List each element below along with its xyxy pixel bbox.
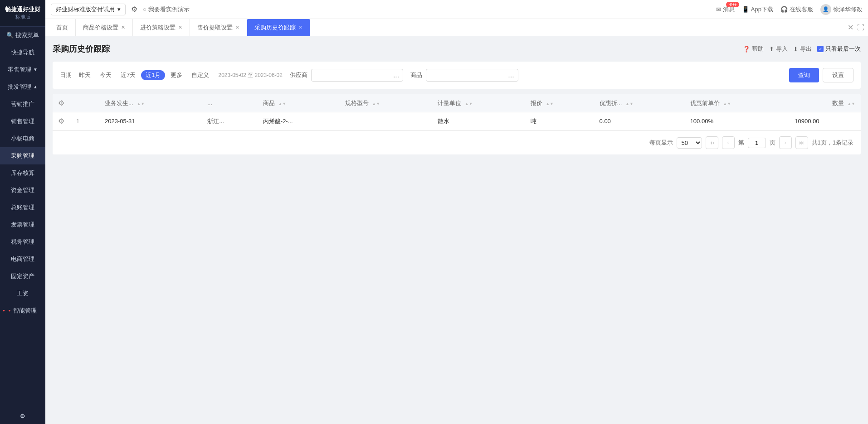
- sidebar-item-ecommerce-small[interactable]: 小畅电商: [0, 130, 45, 147]
- th-unit-price[interactable]: 优惠前单价 ▲▼: [685, 94, 790, 112]
- sidebar-item-assets[interactable]: 固定资产: [0, 268, 45, 285]
- message-count: 99+: [726, 2, 739, 7]
- date-btn-custom[interactable]: 自定义: [188, 70, 213, 80]
- import-btn[interactable]: ⬆ 导入: [769, 45, 788, 53]
- th-discount[interactable]: 优惠折... ▲▼: [594, 94, 685, 112]
- sidebar-gear-btn[interactable]: ⚙: [0, 408, 45, 424]
- supplier-input[interactable]: [315, 72, 391, 79]
- th-num: [71, 94, 99, 112]
- page-prev-btn[interactable]: ‹: [722, 136, 735, 149]
- export-btn[interactable]: ⬇ 导出: [793, 45, 812, 53]
- th-dots[interactable]: ...: [202, 94, 258, 112]
- goods-input[interactable]: [430, 72, 506, 79]
- phone-icon: 📱: [742, 6, 749, 13]
- page-first-btn[interactable]: ⏮: [706, 136, 718, 149]
- app-download-btn[interactable]: 📱 App下载: [742, 5, 773, 14]
- sidebar-item-inventory[interactable]: 库存核算: [0, 164, 45, 182]
- sidebar-item-marketing[interactable]: 营销推广: [0, 96, 45, 113]
- date-btn-1month[interactable]: 近1月: [141, 70, 165, 80]
- sidebar-item-sales[interactable]: 销售管理: [0, 113, 45, 130]
- sales-label: 销售管理: [11, 117, 34, 125]
- th-goods[interactable]: 商品 ▲▼: [258, 94, 340, 112]
- tab-purchase-history-close[interactable]: ✕: [298, 24, 302, 30]
- sidebar-search[interactable]: 🔍 搜索菜单: [0, 27, 45, 44]
- online-service-btn[interactable]: 🎧 在线客服: [780, 5, 813, 14]
- th-quantity[interactable]: 数量 ▲▼: [789, 94, 861, 112]
- td-unit: 散水: [432, 112, 525, 130]
- row-date: 2023-05-31: [105, 118, 135, 125]
- th-discount-label: 优惠折...: [600, 100, 622, 106]
- th-date[interactable]: 业务发生... ▲▼: [99, 94, 202, 112]
- export-label: 导出: [800, 45, 812, 53]
- query-btn[interactable]: 查询: [789, 68, 819, 82]
- sidebar-item-payroll[interactable]: 工资: [0, 285, 45, 302]
- import-icon: ⬆: [769, 46, 774, 53]
- date-range-display: 2023-05-02 至 2023-06-02: [218, 72, 282, 79]
- headset-icon: 🎧: [780, 6, 788, 13]
- sidebar-item-invoice[interactable]: 发票管理: [0, 216, 45, 233]
- row-gear-icon[interactable]: ⚙: [58, 117, 64, 125]
- sidebar-item-ledger[interactable]: 总账管理: [0, 199, 45, 216]
- date-btn-more[interactable]: 更多: [167, 70, 186, 80]
- version-select-label: 好业财标准版交付试用: [56, 5, 115, 14]
- sidebar-item-wholesale[interactable]: 批发管理 ▲: [0, 78, 45, 96]
- goods-dots[interactable]: ...: [508, 71, 514, 79]
- tab-home[interactable]: 首页: [49, 19, 76, 36]
- topbar: 好业财标准版交付试用 ▾ ⚙ ○ 我要看实例演示 ✉ 消息 99+ 📱 App下…: [45, 0, 868, 19]
- tab-purchase-strategy-close[interactable]: ✕: [178, 24, 182, 30]
- tab-collapse-btn[interactable]: ✕: [848, 23, 853, 32]
- date-btn-7days[interactable]: 近7天: [117, 70, 139, 80]
- tab-purchase-history[interactable]: 采购历史价跟踪 ✕: [247, 19, 310, 36]
- tab-price-extract[interactable]: 售价提取设置 ✕: [190, 19, 247, 36]
- supplier-dots[interactable]: ...: [393, 71, 399, 79]
- only-last-checkbox[interactable]: ✓ 只看最后一次: [817, 45, 861, 53]
- avatar: 👤: [820, 4, 831, 15]
- sidebar-item-tax[interactable]: 税务管理: [0, 233, 45, 251]
- filter-supplier-item: 供应商 ...: [290, 69, 403, 82]
- th-price[interactable]: 报价 ▲▼: [525, 94, 594, 112]
- sort-icon-goods: ▲▼: [278, 102, 286, 106]
- wholesale-arrow: ▲: [33, 84, 38, 89]
- page-last-btn[interactable]: ⏭: [795, 136, 808, 149]
- ecommerce-label: 电商管理: [11, 255, 34, 263]
- goods-input-group: ...: [426, 69, 518, 82]
- row-quoted-price: 0.00: [600, 118, 611, 125]
- th-dots-label: ...: [207, 100, 212, 106]
- settings-icon: ⚙: [131, 5, 137, 13]
- td-gear: ⚙: [53, 112, 71, 130]
- tab-purchase-strategy[interactable]: 进价策略设置 ✕: [133, 19, 190, 36]
- ai-label: 智能管理: [13, 307, 37, 315]
- sidebar-item-ai[interactable]: ● 智能管理: [0, 302, 45, 319]
- filter-bar: 日期 昨天 今天 近7天 近1月 更多 自定义 2023-05-02 至 202…: [53, 62, 861, 89]
- wholesale-label: 批发管理: [8, 83, 31, 91]
- sidebar-item-quick-nav[interactable]: 快捷导航: [0, 44, 45, 61]
- message-badge[interactable]: ✉ 消息 99+: [716, 5, 735, 14]
- demo-btn[interactable]: ○ 我要看实例演示: [143, 5, 190, 14]
- date-btn-today[interactable]: 今天: [96, 70, 115, 80]
- page-next-btn[interactable]: ›: [779, 136, 792, 149]
- sidebar-item-purchase[interactable]: 采购管理: [0, 147, 45, 164]
- help-btn[interactable]: ❓ 帮助: [743, 45, 764, 53]
- tab-price-settings-close[interactable]: ✕: [121, 24, 125, 30]
- td-spec: [340, 112, 432, 130]
- sidebar-item-ecommerce[interactable]: 电商管理: [0, 251, 45, 268]
- page-size-select[interactable]: 20 50 100: [677, 137, 702, 149]
- topbar-gear-btn[interactable]: ⚙: [131, 5, 137, 14]
- th-unit[interactable]: 计量单位 ▲▼: [432, 94, 525, 112]
- user-menu[interactable]: 👤 徐泽华修改: [820, 4, 863, 15]
- sidebar-item-finance[interactable]: 资金管理: [0, 182, 45, 199]
- tab-price-extract-close[interactable]: ✕: [235, 24, 239, 30]
- sort-icon-unit: ▲▼: [465, 102, 473, 106]
- page-number-input[interactable]: [748, 138, 766, 148]
- table-gear-icon[interactable]: ⚙: [58, 99, 64, 107]
- tab-expand-btn[interactable]: ⛶: [857, 24, 864, 32]
- tab-price-settings[interactable]: 商品价格设置 ✕: [76, 19, 133, 36]
- app-download-label: App下载: [751, 5, 773, 14]
- table-container: ⚙ 业务发生... ▲▼ ... 商品 ▲▼: [53, 94, 861, 154]
- filter-settings-btn[interactable]: 设置: [823, 68, 853, 82]
- th-spec[interactable]: 规格型号 ▲▼: [340, 94, 432, 112]
- date-btn-yesterday[interactable]: 昨天: [75, 70, 94, 80]
- version-select[interactable]: 好业财标准版交付试用 ▾: [51, 4, 126, 15]
- app-logo: 畅捷通好业财 标准版: [0, 0, 45, 27]
- sidebar-item-retail[interactable]: 零售管理 ▼: [0, 61, 45, 78]
